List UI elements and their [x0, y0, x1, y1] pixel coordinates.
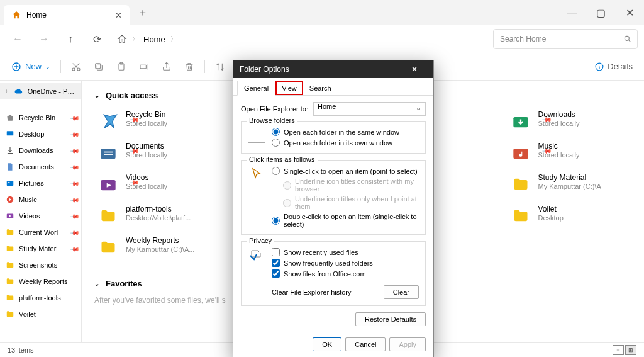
window-controls: — ▢ ✕ [557, 0, 644, 25]
paste-button[interactable] [111, 57, 131, 77]
breadcrumb-home[interactable]: Home [143, 35, 165, 44]
dialog-tabs: General View Search [233, 78, 433, 96]
file-item-recycle[interactable]: Recycle BinStored locally📌 [94, 108, 219, 139]
sidebar: 〉 OneDrive - Perso Recycle Bin📌 Desktop📌… [0, 81, 82, 342]
download-icon [5, 145, 15, 156]
grid-view-toggle[interactable]: ⊞ [625, 345, 636, 355]
check-frequent-folders[interactable]: Show frequently used folders [272, 259, 419, 267]
folder-icon [5, 244, 15, 254]
check-office-files[interactable]: Show files from Office.com [272, 269, 419, 278]
up-button[interactable]: ↑ [59, 28, 82, 50]
sidebar-item-folder[interactable]: Weekly Reports [0, 273, 81, 290]
cancel-button[interactable]: Cancel [345, 337, 386, 351]
address-bar: ← → ↑ ⟳ 〉 Home 〉 Search Home [0, 25, 644, 53]
sidebar-item-music[interactable]: Music📌 [0, 191, 81, 208]
search-icon [623, 35, 632, 43]
folder-window-icon [248, 128, 265, 143]
minimize-button[interactable]: — [557, 0, 586, 25]
radio-same-window[interactable]: Open each folder in the same window [272, 128, 419, 136]
document-icon [5, 162, 15, 172]
download-folder-icon [509, 110, 532, 133]
file-item-downloads[interactable]: DownloadsStored locally📌 [507, 108, 632, 139]
breadcrumb[interactable]: 〉 Home 〉 [117, 34, 489, 44]
list-view-toggle[interactable]: ≡ [613, 345, 624, 355]
svg-point-0 [625, 36, 629, 40]
desktop-icon [5, 129, 15, 139]
file-item-folder[interactable]: Weekly ReportsMy Kamputtar (C:)\A... [94, 234, 219, 265]
restore-defaults-button[interactable]: Restore Defaults [355, 312, 426, 326]
file-item-folder[interactable]: VoiletDesktop [507, 202, 632, 234]
new-tab-button[interactable]: ＋ [133, 3, 152, 22]
document-folder-icon [97, 142, 119, 164]
dialog-titlebar[interactable]: Folder Options ✕ [233, 60, 433, 78]
folder-icon [509, 205, 532, 227]
back-button[interactable]: ← [6, 28, 29, 50]
music-folder-icon [509, 142, 532, 164]
sidebar-item-onedrive[interactable]: 〉 OneDrive - Perso [0, 83, 81, 99]
forward-button[interactable]: → [33, 28, 55, 50]
radio-double-click[interactable]: Double-click to open an item (single-cli… [272, 213, 419, 228]
open-explorer-select[interactable]: Home [313, 102, 426, 116]
chevron-right-icon: 〉 [132, 35, 138, 43]
pin-icon: 📌 [70, 113, 80, 123]
search-input[interactable]: Search Home [493, 29, 638, 49]
clear-history-label: Clear File Explorer history [272, 288, 377, 296]
delete-button[interactable] [179, 57, 199, 77]
svg-rect-15 [101, 149, 115, 159]
svg-rect-5 [96, 63, 101, 68]
sidebar-item-documents[interactable]: Documents📌 [0, 159, 81, 175]
radio-underline-point: Underline icon titles only when I point … [283, 195, 419, 210]
apply-button[interactable]: Apply [389, 337, 426, 351]
sidebar-item-folder[interactable]: platform-tools [0, 290, 81, 306]
chevron-down-icon: ⌄ [94, 92, 99, 99]
dialog-close-button[interactable]: ✕ [402, 65, 427, 74]
close-button[interactable]: ✕ [615, 0, 644, 25]
svg-rect-10 [7, 131, 14, 135]
copy-button[interactable] [89, 57, 109, 77]
sidebar-item-pictures[interactable]: Pictures📌 [0, 175, 81, 191]
tab-general[interactable]: General [237, 81, 275, 96]
clear-button[interactable]: Clear [384, 285, 419, 299]
sidebar-item-desktop[interactable]: Desktop📌 [0, 126, 81, 142]
pin-icon: 📌 [70, 227, 80, 237]
maximize-button[interactable]: ▢ [586, 0, 615, 25]
share-button[interactable] [157, 57, 177, 77]
tab-title: Home [26, 11, 47, 20]
sidebar-item-videos[interactable]: Videos📌 [0, 208, 81, 224]
cut-button[interactable] [66, 57, 86, 77]
check-recent-files[interactable]: Show recently used files [272, 248, 419, 256]
recycle-icon [97, 110, 119, 133]
pin-icon: 📌 [70, 178, 80, 188]
sort-button[interactable] [210, 57, 230, 77]
radio-own-window[interactable]: Open each folder in its own window [272, 139, 419, 147]
rename-button[interactable] [134, 57, 154, 77]
folder-icon [509, 173, 532, 196]
svg-rect-16 [104, 152, 113, 153]
browser-tab[interactable]: Home ✕ [4, 5, 130, 25]
radio-single-click[interactable]: Single-click to open an item (point to s… [272, 167, 419, 175]
video-folder-icon [97, 173, 119, 196]
pin-icon: 📌 [70, 244, 80, 254]
item-count: 13 items [8, 346, 34, 354]
sidebar-item-recycle[interactable]: Recycle Bin📌 [0, 110, 81, 126]
sidebar-item-folder[interactable]: Current Worl📌 [0, 224, 81, 241]
refresh-button[interactable]: ⟳ [86, 28, 108, 50]
pin-icon: 📌 [70, 129, 80, 139]
browse-folders-group: Browse folders Open each folder in the s… [241, 121, 426, 154]
tab-close-icon[interactable]: ✕ [115, 11, 122, 20]
ok-button[interactable]: OK [313, 337, 341, 351]
sidebar-item-folder[interactable]: Voilet [0, 306, 81, 322]
details-button[interactable]: Details [590, 57, 638, 77]
svg-rect-17 [104, 154, 113, 155]
tab-search[interactable]: Search [303, 81, 338, 95]
folder-icon [5, 309, 15, 319]
sidebar-item-folder[interactable]: Screenshots [0, 257, 81, 273]
sidebar-item-folder[interactable]: Study Materi📌 [0, 241, 81, 257]
tab-view[interactable]: View [275, 81, 303, 95]
cursor-icon [248, 167, 265, 182]
privacy-group: Privacy Show recently used files Show fr… [241, 241, 426, 306]
sidebar-item-downloads[interactable]: Downloads📌 [0, 142, 81, 159]
video-icon [5, 211, 15, 221]
new-button[interactable]: New ⌄ [6, 57, 55, 77]
home-icon [117, 34, 127, 44]
